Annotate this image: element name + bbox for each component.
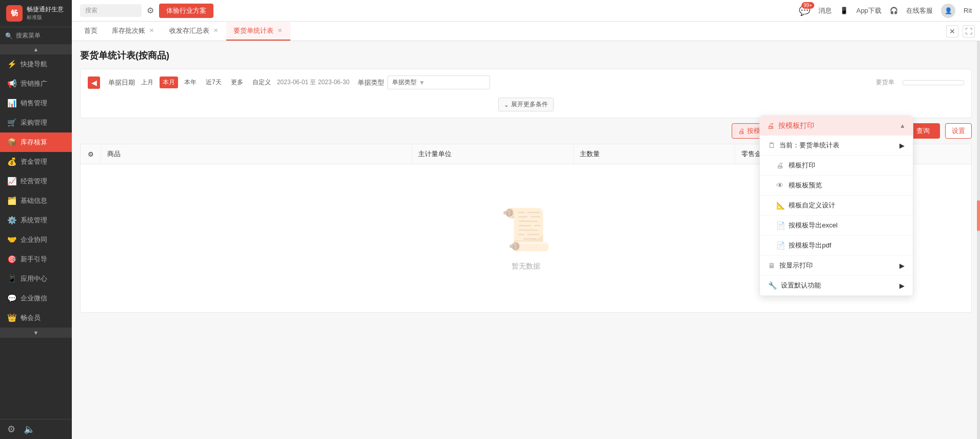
yh-filter-label: 要货单 [876,78,894,87]
settings-button[interactable]: 设置 [945,123,972,139]
online-service-label[interactable]: 在线客服 [906,6,933,15]
sidebar-item-purchase[interactable]: 🛒 采购管理 [0,113,72,132]
sidebar-item-sales[interactable]: 📊 销售管理 [0,93,72,113]
sidebar-item-label: 畅会员 [21,313,41,322]
sidebar-item-guide[interactable]: 🎯 新手引导 [0,250,72,269]
dropdown-item-export-excel[interactable]: 📄 按模板导出excel [760,216,913,236]
tab-receipt-summary[interactable]: 收发存汇总表 ✕ [162,22,226,41]
empty-message: 暂无数据 [512,262,540,271]
scrollbar-right[interactable] [977,41,980,439]
dropdown-current-template[interactable]: 🗒 当前：要货单统计表 ▶ [760,136,913,156]
tab-order-stats-close[interactable]: ✕ [277,27,283,34]
tab-home-label: 首页 [84,26,97,35]
sidebar-item-appstore[interactable]: 📱 应用中心 [0,269,72,289]
finance-icon: 💰 [7,157,16,166]
th-unit: 主计量单位 [412,144,574,164]
tab-close-btn[interactable]: ✕ [946,25,958,37]
sidebar-scroll-up[interactable]: ▲ [0,44,72,54]
expand-filter-btn[interactable]: ⌄ 展开更多条件 [498,98,554,111]
filter-collapse-btn[interactable]: ◀ [88,77,100,89]
date-btn-year[interactable]: 本年 [181,77,200,88]
sidebar-item-operation[interactable]: 📈 经营管理 [0,171,72,191]
tab-receipt-summary-close[interactable]: ✕ [212,27,219,34]
dropdown-display-print-left: 🖥 按显示打印 [768,261,813,270]
tab-batch-account-close[interactable]: ✕ [148,27,155,34]
date-filter-label: 单据日期 [108,78,135,87]
sidebar-item-label: 应用中心 [21,274,47,283]
export-pdf-label: 按模板导出pdf [789,241,831,250]
date-btn-7days[interactable]: 近7天 [203,77,225,88]
topbar-settings-icon[interactable]: ⚙ [147,6,154,15]
type-filter-item: 单据类型 单据类型 ▼ [358,75,490,89]
type-filter-select[interactable]: 单据类型 ▼ [387,75,490,89]
date-filter: 上月 本月 本年 近7天 更多 自定义 [138,77,274,88]
current-template-arrow: ▶ [899,142,905,149]
app-download-label[interactable]: App下载 [856,6,881,15]
dropdown-default-settings-left: 🔧 设置默认功能 [768,281,821,290]
sidebar-item-collab[interactable]: 🤝 企业协同 [0,230,72,250]
expand-filter-label: 展开更多条件 [511,100,548,109]
dropdown-display-print[interactable]: 🖥 按显示打印 ▶ [760,256,913,276]
sidebar-item-label: 快捷导航 [21,60,47,69]
th-settings[interactable]: ⚙ [81,145,101,163]
sidebar-item-label: 经营管理 [21,177,47,186]
display-print-icon: 🖥 [768,261,775,270]
date-btn-last[interactable]: 上月 [138,77,156,88]
search-icon: 🔍 [5,32,13,40]
sidebar-item-label: 基础信息 [21,196,47,205]
purchase-icon: 🛒 [7,118,16,127]
default-settings-icon: 🔧 [768,281,777,290]
sidebar-nav: ▲ ⚡ 快捷导航 📢 营销推广 📊 销售管理 🛒 采购管理 📦 库存核算 💰 资… [0,44,72,419]
operation-icon: 📈 [7,177,16,186]
date-btn-custom[interactable]: 自定义 [249,77,274,88]
display-print-arrow: ▶ [899,262,905,270]
tab-batch-account[interactable]: 库存批次账 ✕ [105,22,162,41]
dropdown-default-settings[interactable]: 🔧 设置默认功能 ▶ [760,276,913,296]
date-btn-current[interactable]: 本月 [160,77,178,88]
footer-sound-icon[interactable]: 🔈 [24,424,35,435]
sidebar-item-label: 采购管理 [21,118,47,127]
sidebar-item-member[interactable]: 👑 畅会员 [0,308,72,328]
sidebar-item-system[interactable]: ⚙️ 系统管理 [0,211,72,230]
export-excel-label: 按模板导出excel [789,221,837,230]
dropdown-item-template-print[interactable]: 🖨 模板打印 [760,156,913,176]
username-label[interactable]: Rit [964,7,972,14]
main-content: 搜索 ⚙ 体验行业方案 💬 99+ 消息 📱 App下载 🎧 在线客服 👤 Ri… [72,0,980,439]
sidebar-item-finance[interactable]: 💰 资金管理 [0,152,72,171]
tab-home[interactable]: 首页 [77,22,105,41]
sidebar-item-inventory[interactable]: 📦 库存核算 [0,132,72,152]
member-icon: 👑 [7,313,16,322]
trial-button[interactable]: 体验行业方案 [159,4,213,18]
dropdown-item-template-design[interactable]: 📐 模板自定义设计 [760,196,913,216]
scrollbar-thumb[interactable] [977,200,980,231]
sidebar-item-marketing[interactable]: 📢 营销推广 [0,74,72,93]
sidebar-item-quick-nav[interactable]: ⚡ 快捷导航 [0,54,72,74]
sidebar-footer: ⚙ 🔈 [0,419,72,439]
dropdown-header-label: 按模板打印 [778,121,814,130]
export-pdf-icon: 📄 [776,241,785,250]
messages-button[interactable]: 💬 99+ [799,5,810,16]
expand-filter-icon: ⌄ [504,101,509,108]
tab-receipt-summary-label: 收发存汇总表 [169,26,209,35]
sidebar-scroll-down[interactable]: ▼ [0,328,72,338]
sidebar-item-label: 系统管理 [21,216,47,225]
tab-expand-btn[interactable]: ⛶ [963,25,975,37]
tab-order-stats[interactable]: 要货单统计表 ✕ [226,22,290,41]
sidebar-item-basic[interactable]: 🗂️ 基础信息 [0,191,72,211]
sidebar: 畅 畅捷通好生意 标准版 🔍 搜索菜单 ▲ ⚡ 快捷导航 📢 营销推广 📊 销售… [0,0,72,439]
template-preview-label: 模板板预览 [789,181,822,190]
messages-label: 消息 [818,6,832,15]
sidebar-search[interactable]: 🔍 搜索菜单 [0,27,72,44]
date-range-text: 2023-06-01 至 2023-06-30 [277,78,349,87]
sidebar-item-label: 企业协同 [21,235,47,244]
yh-filter-input[interactable] [903,80,964,85]
footer-settings-icon[interactable]: ⚙ [7,424,15,435]
default-settings-arrow: ▶ [899,282,905,290]
sidebar-item-wechat[interactable]: 💬 企业微信 [0,289,72,308]
empty-icon: 📜 [500,205,552,254]
date-btn-more[interactable]: 更多 [228,77,246,88]
dropdown-item-export-pdf[interactable]: 📄 按模板导出pdf [760,236,913,256]
dropdown-item-template-preview[interactable]: 👁 模板板预览 [760,176,913,196]
filter-row: ◀ 单据日期 上月 本月 本年 近7天 更多 自定义 2023-06-01 至 … [88,75,964,89]
dropdown-chevron-icon[interactable]: ▲ [899,122,906,129]
